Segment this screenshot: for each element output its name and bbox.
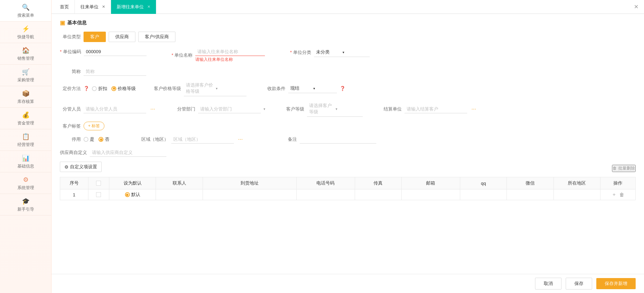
row-region[interactable] (553, 189, 600, 200)
customer-price-level-select[interactable]: 请选择客户价格等级 ▾ (184, 81, 246, 96)
customer-price-level-chevron: ▾ (216, 87, 244, 90)
search-icon: 🔍 (22, 3, 30, 11)
unit-category-select[interactable]: 未分类 ▾ (314, 48, 370, 57)
sidebar-item-newbie[interactable]: 🎓 新手引导 (0, 194, 51, 215)
row-qq[interactable] (460, 189, 506, 200)
sidebar-item-quicknav[interactable]: ⚡ 快捷导航 (0, 22, 51, 43)
add-tag-button[interactable]: + 标签 (84, 122, 104, 130)
row-address-input[interactable] (206, 192, 293, 197)
bottom-bar: 取消 保存 保存并新增 (52, 274, 644, 293)
unit-code-input[interactable] (84, 48, 147, 56)
section-icon: ▣ (60, 19, 65, 26)
field-payment-terms: 收款条件 现结 ▾ ❓ (265, 84, 345, 93)
department-input[interactable] (198, 105, 261, 113)
unit-name-label: 单位名称 (172, 52, 193, 58)
row-delete-btn[interactable]: 🗑 (619, 192, 624, 197)
row-address[interactable] (203, 189, 296, 200)
row-contact[interactable] (156, 189, 203, 200)
tab-new-partner-close[interactable]: ✕ (147, 5, 150, 9)
select-all-checkbox[interactable] (96, 181, 101, 186)
unit-type-customer[interactable]: 客户 (84, 32, 106, 42)
radio-price-level[interactable]: 价格等级 (111, 86, 136, 92)
row-email[interactable] (401, 189, 460, 200)
col-qq-header: qq (460, 177, 506, 189)
customer-level-placeholder: 请选择客户等级 (309, 103, 334, 115)
tab-partner-list[interactable]: 往来单位 ✕ (75, 0, 111, 14)
field-group-row7: 供应商自定义 (60, 148, 636, 157)
save-new-button[interactable]: 保存并新增 (596, 278, 636, 289)
sidebar-item-basic[interactable]: 📊 基础信息 (0, 151, 51, 172)
payment-terms-question-icon[interactable]: ❓ (340, 86, 345, 91)
tab-home[interactable]: 首页 (54, 0, 75, 14)
pricing-method-label: 定价方法 (60, 86, 81, 92)
sidebar-item-system[interactable]: ⚙ 系统管理 (0, 172, 51, 194)
unit-code-label: 单位编码 (60, 49, 81, 55)
radio-discount-label: 折扣 (98, 86, 107, 92)
tab-new-partner[interactable]: 新增往来单位 ✕ (111, 0, 156, 14)
close-all-tabs[interactable]: ✕ (631, 3, 641, 10)
pricing-radio-group: 折扣 价格等级 (92, 86, 136, 92)
settlement-unit-input[interactable] (405, 105, 467, 113)
row-default-radio[interactable]: 默认 (125, 192, 140, 198)
row-qq-input[interactable] (464, 192, 503, 197)
unit-type-both[interactable]: 客户/供应商 (138, 32, 175, 42)
remark-label: 备注 (276, 136, 297, 143)
radio-disabled-no[interactable]: 否 (99, 136, 109, 143)
sidebar-label-basic: 基础信息 (17, 163, 34, 169)
short-name-input[interactable] (84, 67, 146, 76)
sidebar-item-operation[interactable]: 📋 经营管理 (0, 129, 51, 151)
sidebar-label-newbie: 新手引导 (17, 206, 34, 212)
row-phone-input[interactable] (300, 192, 351, 197)
row-add-btn[interactable]: ＋ (612, 192, 616, 198)
row-fax[interactable] (355, 189, 401, 200)
field-area: 区域（地区） ··· (141, 135, 244, 144)
unit-name-input[interactable] (195, 48, 265, 56)
row-phone[interactable] (296, 189, 355, 200)
custom-settings-button[interactable]: ⚙ 自定义项设置 (60, 162, 102, 172)
customer-price-level-placeholder: 请选择客户价格等级 (186, 82, 214, 95)
sidebar-item-finance[interactable]: 💰 资金管理 (0, 108, 51, 129)
field-group-row1: 单位编码 单位名称 请输入往来单位名称 单位分类 未分类 ▾ (60, 48, 636, 63)
unit-type-supplier[interactable]: 供应商 (109, 32, 135, 42)
form-content: ▣ 基本信息 单位类型 客户 供应商 客户/供应商 单位编码 单位名称 请输入往… (52, 14, 644, 274)
section-title-text: 基本信息 (67, 20, 87, 26)
row-check (88, 189, 109, 200)
row-fax-input[interactable] (359, 192, 398, 197)
cancel-button[interactable]: 取消 (535, 278, 561, 290)
batch-delete-button[interactable]: 🗑 批量删除 (612, 165, 636, 172)
manager-more-btn[interactable]: ··· (149, 106, 156, 112)
radio-disabled-yes[interactable]: 是 (84, 136, 94, 143)
area-more-btn[interactable]: ··· (237, 136, 244, 143)
sidebar-item-sales[interactable]: 🏠 销售管理 (0, 43, 51, 65)
row-seq: 1 (60, 189, 88, 200)
tab-home-label: 首页 (60, 4, 69, 10)
sidebar-item-search[interactable]: 🔍 搜索菜单 (0, 0, 51, 22)
customer-level-select[interactable]: 请选择客户等级 ▾ (307, 101, 363, 117)
col-fax-header: 传真 (355, 177, 401, 189)
remark-input[interactable] (300, 135, 376, 144)
sidebar-item-purchase[interactable]: 🛒 采购管理 (0, 65, 51, 86)
disabled-radio-group: 是 否 (84, 136, 109, 143)
save-button[interactable]: 保存 (566, 278, 592, 290)
settlement-unit-more-btn[interactable]: ··· (470, 106, 477, 112)
row-region-input[interactable] (557, 192, 597, 197)
pricing-question-icon[interactable]: ❓ (84, 86, 89, 91)
radio-discount[interactable]: 折扣 (92, 86, 107, 92)
supplier-custom-input[interactable] (90, 148, 166, 157)
row-wechat-input[interactable] (510, 192, 550, 197)
radio-disabled-no-label: 否 (105, 136, 109, 143)
col-ops-header: 操作 (600, 177, 636, 189)
row-contact-input[interactable] (159, 192, 199, 197)
row-email-input[interactable] (405, 192, 456, 197)
col-region-header: 所在地区 (553, 177, 600, 189)
sidebar-label-system: 系统管理 (17, 185, 34, 191)
field-group-row5: 客户标签 + 标签 (60, 122, 636, 130)
area-input[interactable] (171, 135, 234, 144)
payment-terms-select[interactable]: 现结 ▾ (288, 84, 337, 93)
row-wechat[interactable] (507, 189, 553, 200)
tab-partner-list-close[interactable]: ✕ (102, 5, 105, 9)
sidebar-item-inventory[interactable]: 📦 库存核算 (0, 86, 51, 108)
manager-input[interactable] (84, 105, 146, 113)
customer-level-label: 客户等级 (283, 106, 304, 112)
row-checkbox[interactable] (96, 192, 101, 197)
